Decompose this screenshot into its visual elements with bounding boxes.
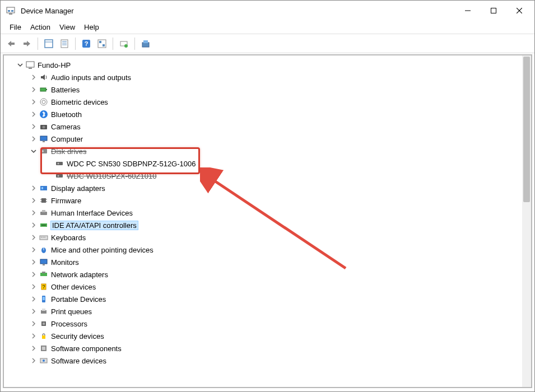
expander-icon[interactable] <box>30 184 38 192</box>
expander-icon[interactable] <box>30 86 38 94</box>
expander-icon[interactable] <box>30 234 38 241</box>
show-hide-console-button[interactable] <box>41 36 56 51</box>
svg-rect-28 <box>46 89 47 90</box>
node-label: Disk drives <box>51 147 87 156</box>
expander-icon[interactable] <box>30 135 38 143</box>
expander-icon[interactable] <box>30 147 38 155</box>
computer-root-icon <box>25 60 35 70</box>
expander-icon[interactable] <box>30 357 38 365</box>
tree-item-other[interactable]: ? Other devices <box>6 281 531 293</box>
menu-view[interactable]: View <box>55 22 80 32</box>
svg-point-39 <box>58 163 59 165</box>
expander-icon[interactable] <box>30 98 38 106</box>
svg-text:?: ? <box>42 284 45 290</box>
device-manager-window: Device Manager File Action View Help <box>0 0 535 392</box>
expander-icon[interactable] <box>30 344 38 352</box>
scrollbar-thumb[interactable] <box>523 57 530 202</box>
unknown-device-icon: ? <box>39 282 49 292</box>
node-label: Monitors <box>51 258 79 267</box>
forward-button[interactable] <box>20 36 34 51</box>
expander-icon[interactable] <box>30 283 38 291</box>
expander-icon[interactable] <box>30 307 38 315</box>
expander-icon[interactable] <box>30 270 38 278</box>
svg-rect-12 <box>61 40 68 48</box>
tree-item-computer[interactable]: Computer <box>6 133 531 145</box>
device-tree[interactable]: Fundo-HP Audio inputs and outputs Batter… <box>4 55 531 387</box>
svg-rect-26 <box>29 68 32 69</box>
svg-point-30 <box>42 100 45 104</box>
tree-item-security[interactable]: Security devices <box>6 330 531 342</box>
back-button[interactable] <box>4 36 18 51</box>
titlebar: Device Manager <box>1 1 534 21</box>
menu-action[interactable]: Action <box>26 22 55 32</box>
expander-icon[interactable] <box>30 295 38 303</box>
expander-icon[interactable] <box>30 320 38 328</box>
tree-item-portable[interactable]: Portable Devices <box>6 293 531 305</box>
tree-item-mice[interactable]: Mice and other pointing devices <box>6 244 531 256</box>
tree-item-disk-other[interactable]: · WDC WD10SPZX-60Z1010 <box>6 170 531 182</box>
tree-item-display[interactable]: Display adapters <box>6 182 531 194</box>
help-button[interactable]: ? <box>79 36 94 51</box>
toolbar-separator <box>134 38 135 50</box>
tree-item-firmware[interactable]: Firmware <box>6 194 531 207</box>
expander-icon[interactable] <box>30 110 38 118</box>
tree-item-keyboards[interactable]: Keyboards <box>6 231 531 244</box>
tree-item-batteries[interactable]: Batteries <box>6 83 531 96</box>
node-label: Software devices <box>51 357 106 365</box>
display-adapter-icon <box>39 183 49 193</box>
svg-rect-25 <box>26 62 34 67</box>
tree-root[interactable]: Fundo-HP <box>6 59 531 71</box>
menu-file[interactable]: File <box>5 22 26 32</box>
window-title: Device Manager <box>21 7 455 15</box>
svg-rect-27 <box>40 88 46 91</box>
svg-rect-56 <box>44 237 45 237</box>
tree-item-hid[interactable]: Human Interface Devices <box>6 207 531 219</box>
tree-item-ide[interactable]: IDE ATA/ATAPI controllers <box>6 219 531 231</box>
properties-button[interactable] <box>57 36 72 51</box>
svg-rect-24 <box>143 40 148 43</box>
expander-icon[interactable] <box>30 332 38 340</box>
tree-item-biometric[interactable]: Biometric devices <box>6 96 531 108</box>
menu-help[interactable]: Help <box>80 22 104 32</box>
content-area: Fundo-HP Audio inputs and outputs Batter… <box>3 54 532 388</box>
add-hardware-button[interactable] <box>138 36 153 51</box>
tree-item-disk-drives[interactable]: Disk drives <box>6 145 531 157</box>
svg-rect-10 <box>45 40 53 48</box>
expander-icon[interactable] <box>30 197 38 204</box>
tree-item-network[interactable]: Network adapters <box>6 268 531 281</box>
tree-item-cameras[interactable]: Cameras <box>6 120 531 133</box>
minimize-button[interactable] <box>455 2 481 20</box>
tree-item-sw-components[interactable]: Software components <box>6 342 531 354</box>
expander-icon[interactable] <box>30 221 38 229</box>
battery-icon <box>39 85 49 95</box>
close-button[interactable] <box>506 2 532 20</box>
expander-icon[interactable] <box>30 209 38 217</box>
node-label: Mice and other pointing devices <box>51 246 153 254</box>
scan-hardware-button[interactable] <box>117 36 131 51</box>
svg-point-33 <box>43 126 45 129</box>
tree-item-audio[interactable]: Audio inputs and outputs <box>6 71 531 83</box>
svg-point-37 <box>41 150 44 152</box>
svg-rect-70 <box>43 323 45 325</box>
bluetooth-icon <box>39 109 49 119</box>
maximize-button[interactable] <box>481 2 506 20</box>
tree-item-disk-wdc-sn530[interactable]: · WDC PC SN530 SDBPNPZ-512G-1006 <box>6 157 531 170</box>
expander-icon[interactable] <box>30 246 38 254</box>
tree-item-print[interactable]: Print queues <box>6 305 531 318</box>
svg-rect-55 <box>43 237 44 237</box>
svg-point-29 <box>40 99 47 105</box>
tree-item-sw-devices[interactable]: Software devices <box>6 354 531 367</box>
expander-icon[interactable] <box>16 61 24 69</box>
svg-rect-38 <box>56 162 63 165</box>
expander-icon[interactable] <box>30 123 38 130</box>
svg-rect-43 <box>41 187 43 189</box>
svg-rect-59 <box>40 259 47 264</box>
vertical-scrollbar[interactable] <box>522 55 531 387</box>
console-tree-button[interactable] <box>95 36 109 51</box>
svg-rect-50 <box>42 210 45 212</box>
expander-icon[interactable] <box>30 73 38 81</box>
tree-item-bluetooth[interactable]: Bluetooth <box>6 108 531 120</box>
expander-icon[interactable] <box>30 258 38 266</box>
tree-item-processors[interactable]: Processors <box>6 318 531 330</box>
tree-item-monitors[interactable]: Monitors <box>6 256 531 268</box>
